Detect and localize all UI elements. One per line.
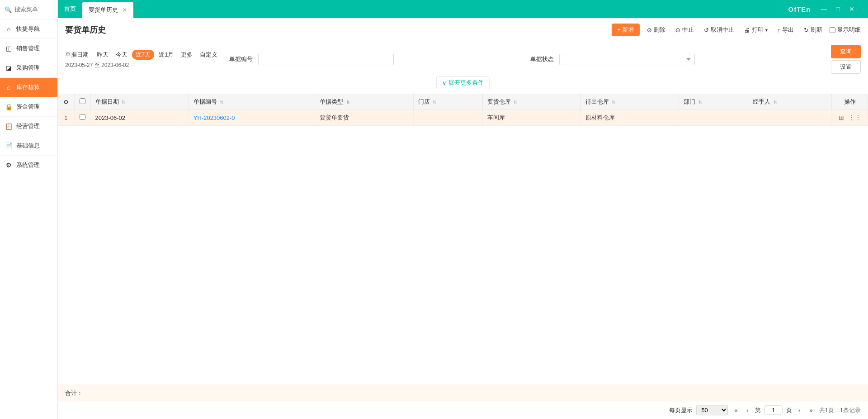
cancel-stop-button[interactable]: ↺ 取消中止 <box>701 24 737 36</box>
total-label: 合计： <box>65 389 83 397</box>
tab-history[interactable]: 要货单历史 ✕ <box>82 2 133 18</box>
th-store-label: 门店 <box>418 98 430 105</box>
page-title: 要货单历史 <box>65 24 106 35</box>
page-number-input[interactable] <box>764 405 783 415</box>
tab-home-label: 首页 <box>64 5 76 13</box>
new-button[interactable]: + 新增 <box>612 24 639 36</box>
td-number: YH-20230602-0 <box>189 110 315 126</box>
expand-chevron-icon: ∨ <box>442 80 447 86</box>
td-pending-warehouse: 原材料仓库 <box>580 110 679 126</box>
th-settings: ⚙ <box>58 94 74 110</box>
home-icon: ⌂ <box>5 25 13 33</box>
setting-button[interactable]: 设置 <box>831 60 861 74</box>
print-button[interactable]: 🖨 打印 ▾ <box>741 24 770 36</box>
settings-icon[interactable]: ⚙ <box>63 99 69 105</box>
row-checkbox[interactable] <box>80 114 85 120</box>
sort-number-icon[interactable]: ⇅ <box>220 100 223 105</box>
print-label: 打印 <box>752 26 764 34</box>
th-handler-label: 经手人 <box>753 98 770 105</box>
display-detail-checkbox[interactable] <box>830 27 835 33</box>
sort-handler-icon[interactable]: ⇅ <box>774 100 777 105</box>
minimize-button[interactable]: — <box>818 5 830 14</box>
date-range-display: 2023-05-27 至 2023-06-02 <box>65 62 220 69</box>
topbar-right: OfTEn — □ ✕ <box>788 5 868 14</box>
doc-status-select[interactable] <box>559 54 695 65</box>
first-page-button[interactable]: « <box>731 406 740 414</box>
filter-row-1: 单据日期 昨天 今天 近7天 近1月 更多 自定义 2023-05-27 至 2… <box>65 45 861 74</box>
delete-button[interactable]: ⊘ 删除 <box>644 24 668 36</box>
tab-home[interactable]: 首页 <box>58 0 82 18</box>
th-department-label: 部门 <box>684 98 695 105</box>
close-button[interactable]: ✕ <box>846 5 857 14</box>
select-all-checkbox[interactable] <box>80 98 85 104</box>
last-page-button[interactable]: » <box>807 406 815 414</box>
display-detail-button[interactable]: 显示明细 <box>830 26 861 34</box>
sales-icon: ◫ <box>5 44 13 52</box>
export-button[interactable]: ↑ 导出 <box>775 24 797 36</box>
sidebar-item-sales[interactable]: ◫ 销售管理 <box>0 39 57 58</box>
finance-icon: 🔒 <box>5 103 13 111</box>
sort-department-icon[interactable]: ⇅ <box>698 100 702 105</box>
td-type: 要货单要货 <box>315 110 413 126</box>
data-table: ⚙ 单据日期 ⇅ 单据编号 ⇅ <box>58 94 868 126</box>
maximize-button[interactable]: □ <box>834 5 843 14</box>
toolbar: + 新增 ⊘ 删除 ⊙ 中止 ↺ 取消中止 🖨 打印 ▾ <box>612 24 861 36</box>
date-filter-label: 单据日期 <box>65 51 89 59</box>
print-chevron-icon: ▾ <box>765 28 768 33</box>
th-type-label: 单据类型 <box>320 98 343 105</box>
topbar: 首页 要货单历史 ✕ OfTEn — □ ✕ <box>58 0 868 18</box>
expand-row: ∨ 展开更多条件 <box>65 76 861 89</box>
row-edit-icon[interactable]: ⊞ <box>838 113 845 122</box>
refresh-button[interactable]: ↻ 刷新 <box>801 24 825 36</box>
delete-label: 删除 <box>654 26 665 34</box>
doc-status-group: 单据状态 <box>530 54 822 65</box>
sidebar-item-operations[interactable]: 📋 经营管理 <box>0 117 57 136</box>
per-page-label: 每页显示 <box>669 406 693 414</box>
page-header: 要货单历史 + 新增 ⊘ 删除 ⊙ 中止 ↺ 取消中止 🖨 打印 <box>58 18 868 40</box>
query-button[interactable]: 查询 <box>831 45 861 58</box>
sidebar-item-basic[interactable]: 📄 基础信息 <box>0 136 57 156</box>
next-page-button[interactable]: › <box>796 406 803 414</box>
sort-date-icon[interactable]: ⇅ <box>122 100 125 105</box>
cancel-stop-icon: ↺ <box>704 27 709 33</box>
sidebar-item-quick-nav[interactable]: ⌂ 快捷导航 <box>0 19 57 39</box>
page-size-select[interactable]: 50 100 200 <box>696 405 728 415</box>
sidebar-item-finance[interactable]: 🔒 资金管理 <box>0 97 57 117</box>
sidebar-item-system[interactable]: ⚙ 系统管理 <box>0 156 57 175</box>
expand-button[interactable]: ∨ 展开更多条件 <box>436 76 490 89</box>
sidebar-item-label: 采购管理 <box>16 64 40 72</box>
sidebar-item-inventory[interactable]: ⌂ 库存核算 <box>0 78 57 97</box>
th-req-warehouse-label: 要货仓库 <box>487 98 511 105</box>
date-opt-today[interactable]: 今天 <box>113 50 130 60</box>
sidebar: 🔍 搜索菜单 ⌂ 快捷导航 ◫ 销售管理 ◪ 采购管理 ⌂ 库存核算 🔒 资金管… <box>0 0 58 419</box>
td-store <box>413 110 482 126</box>
date-opt-7days[interactable]: 近7天 <box>132 50 154 60</box>
prev-page-button[interactable]: ‹ <box>744 406 751 414</box>
doc-number-input[interactable] <box>258 54 394 65</box>
doc-status-label: 单据状态 <box>530 55 554 63</box>
date-opt-yesterday[interactable]: 昨天 <box>94 50 111 60</box>
sidebar-item-purchase[interactable]: ◪ 采购管理 <box>0 58 57 78</box>
stop-icon: ⊙ <box>675 27 680 33</box>
td-index: 1 <box>58 110 74 126</box>
date-filter-group: 单据日期 昨天 今天 近7天 近1月 更多 自定义 2023-05-27 至 2… <box>65 50 220 69</box>
print-icon: 🖨 <box>744 27 750 33</box>
display-detail-label: 显示明细 <box>837 26 861 34</box>
sort-pending-warehouse-icon[interactable]: ⇅ <box>612 100 615 105</box>
th-store: 门店 ⇅ <box>413 94 482 110</box>
stop-button[interactable]: ⊙ 中止 <box>673 24 697 36</box>
doc-number-link[interactable]: YH-20230602-0 <box>193 114 235 121</box>
date-opt-1month[interactable]: 近1月 <box>156 50 176 60</box>
sort-type-icon[interactable]: ⇅ <box>346 100 350 105</box>
date-opt-more[interactable]: 更多 <box>178 50 195 60</box>
row-more-icon[interactable]: ⋮⋮ <box>848 113 862 122</box>
sort-store-icon[interactable]: ⇅ <box>433 100 436 105</box>
sidebar-search[interactable]: 🔍 搜索菜单 <box>0 0 57 19</box>
th-pending-warehouse-label: 待出仓库 <box>585 98 609 105</box>
date-opt-custom[interactable]: 自定义 <box>197 50 220 60</box>
sidebar-item-label: 快捷导航 <box>16 25 40 33</box>
sort-req-warehouse-icon[interactable]: ⇅ <box>514 100 517 105</box>
doc-number-group: 单据编号 <box>229 54 521 65</box>
sidebar-search-label: 搜索菜单 <box>14 5 38 14</box>
tab-close-icon[interactable]: ✕ <box>123 7 127 13</box>
